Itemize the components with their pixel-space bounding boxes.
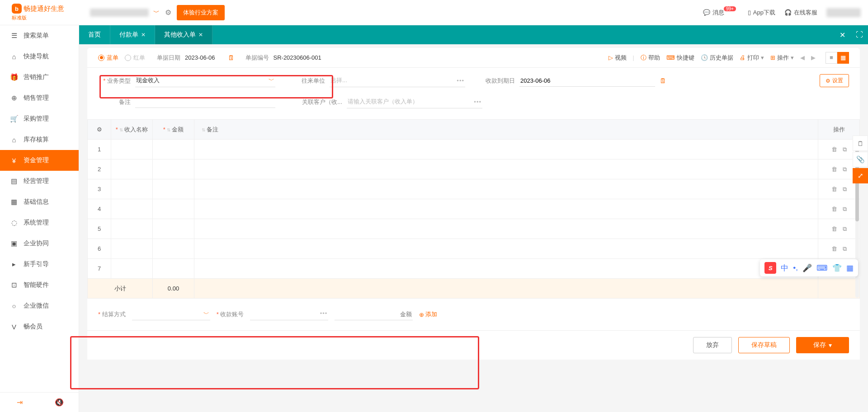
history-button[interactable]: 🕓历史单据 xyxy=(701,54,733,62)
ime-lang[interactable]: 中 xyxy=(781,263,788,273)
shortcut-button[interactable]: ⌨快捷键 xyxy=(666,54,694,62)
ime-toolbox-icon[interactable]: ▦ xyxy=(846,263,854,273)
online-service-button[interactable]: 🎧 在线客服 xyxy=(784,9,817,17)
ime-keyboard-icon[interactable]: ⌨ xyxy=(816,263,828,273)
discard-button[interactable]: 放弃 xyxy=(693,337,732,353)
remark-input[interactable] xyxy=(135,96,275,108)
view-form-icon[interactable]: ▦ xyxy=(837,52,849,64)
delete-row-icon[interactable]: 🗑 xyxy=(831,166,837,173)
close-icon[interactable]: ✕ xyxy=(198,32,203,38)
add-settlement-button[interactable]: ⊕添加 xyxy=(419,310,437,318)
settle-method-input[interactable] xyxy=(132,309,210,320)
doc-date-value[interactable]: 2023-06-06 xyxy=(185,54,215,61)
video-button[interactable]: ▷视频 xyxy=(609,54,627,62)
ime-toolbar[interactable]: S 中 •, 🎤 ⌨ 👕 ▦ xyxy=(760,259,858,276)
settings-button[interactable]: ⚙设置 xyxy=(820,74,849,87)
sidebar-item-12[interactable]: ⊡智能硬件 xyxy=(0,275,79,295)
ime-mic-icon[interactable]: 🎤 xyxy=(802,263,812,273)
copy-row-icon[interactable]: ⧉ xyxy=(843,206,847,213)
copy-row-icon[interactable]: ⧉ xyxy=(843,225,847,233)
messages-button[interactable]: 💬 消息 99+ xyxy=(703,9,739,17)
cell-remark[interactable] xyxy=(194,199,818,219)
sidebar-item-9[interactable]: ◌系统管理 xyxy=(0,212,79,233)
copy-row-icon[interactable]: ⧉ xyxy=(843,166,847,173)
more-icon[interactable]: ••• xyxy=(474,98,481,105)
sidebar-item-6[interactable]: ¥资金管理 xyxy=(0,150,79,171)
more-icon[interactable]: ••• xyxy=(320,310,328,317)
cell-remark[interactable] xyxy=(194,159,818,179)
cell-remark[interactable] xyxy=(194,259,818,279)
prev-doc-icon[interactable]: ◀ xyxy=(800,54,805,61)
sidebar-item-2[interactable]: 🎁营销推广 xyxy=(0,67,79,88)
attachment-icon[interactable]: 📎 xyxy=(853,152,868,167)
radio-blue-doc[interactable]: 蓝单 xyxy=(98,54,118,62)
tab-1[interactable]: 付款单✕ xyxy=(110,25,155,44)
sidebar-item-0[interactable]: ☰搜索菜单 xyxy=(0,25,79,46)
cell-amount[interactable] xyxy=(153,239,194,259)
sidebar-item-3[interactable]: ⊕销售管理 xyxy=(0,88,79,108)
org-selector[interactable]: ﹀ xyxy=(90,9,160,17)
view-list-icon[interactable]: ≡ xyxy=(826,52,837,64)
sidebar-sound-icon[interactable]: 🔇 xyxy=(39,393,79,412)
sidebar-item-5[interactable]: ⌂库存核算 xyxy=(0,129,79,150)
cell-amount[interactable] xyxy=(153,179,194,199)
sidebar-collapse-icon[interactable]: ⇥ xyxy=(0,393,39,412)
ime-skin-icon[interactable]: 👕 xyxy=(832,263,842,273)
party-select[interactable]: 选择...••• xyxy=(330,74,465,87)
table-row[interactable]: 2🗑⧉ xyxy=(88,159,860,179)
delete-row-icon[interactable]: 🗑 xyxy=(831,206,837,213)
col-settings-icon[interactable]: ⚙ xyxy=(88,120,111,140)
delete-row-icon[interactable]: 🗑 xyxy=(831,146,837,153)
expand-icon[interactable]: ⤢ xyxy=(853,168,868,183)
table-row[interactable]: 7🗑⧉ xyxy=(88,259,860,279)
settle-account-input[interactable] xyxy=(250,309,328,320)
delete-row-icon[interactable]: 🗑 xyxy=(831,245,837,253)
cell-income-name[interactable] xyxy=(111,239,153,259)
cell-income-name[interactable] xyxy=(111,199,153,219)
radio-red-doc[interactable]: 红单 xyxy=(125,54,145,62)
cell-income-name[interactable] xyxy=(111,159,153,179)
help-button[interactable]: ⓘ帮助 xyxy=(641,54,660,62)
sidebar-item-11[interactable]: ▸新手引导 xyxy=(0,254,79,275)
delete-row-icon[interactable]: 🗑 xyxy=(831,186,837,193)
tab-close-all-icon[interactable]: ✕ xyxy=(834,25,851,44)
table-row[interactable]: 6🗑⧉ xyxy=(88,239,860,259)
copy-row-icon[interactable]: ⧉ xyxy=(843,245,847,253)
cell-amount[interactable] xyxy=(153,259,194,279)
app-download-button[interactable]: ▯ App下载 xyxy=(748,9,775,17)
sidebar-item-7[interactable]: ▤经营管理 xyxy=(0,171,79,192)
print-button[interactable]: 🖨打印▾ xyxy=(740,54,764,62)
biz-type-select[interactable]: 现金收入 ﹀ xyxy=(135,74,275,87)
sidebar-item-4[interactable]: 🛒采购管理 xyxy=(0,108,79,129)
cell-remark[interactable] xyxy=(194,219,818,239)
table-row[interactable]: 3🗑⧉ xyxy=(88,179,860,199)
close-icon[interactable]: ✕ xyxy=(141,32,146,38)
related-customer-select[interactable]: 请输入关联客户（收入单）••• xyxy=(347,95,482,108)
more-icon[interactable]: ••• xyxy=(457,77,464,84)
next-doc-icon[interactable]: ▶ xyxy=(811,54,816,61)
copy-row-icon[interactable]: ⧉ xyxy=(843,186,847,193)
save-draft-button[interactable]: 保存草稿 xyxy=(738,337,790,353)
col-remark[interactable]: ⇅备注 xyxy=(194,120,818,140)
copy-row-icon[interactable]: ⧉ xyxy=(843,146,847,153)
cell-amount[interactable] xyxy=(153,140,194,159)
col-income-name[interactable]: ⇅收入名称 xyxy=(111,120,153,140)
tab-0[interactable]: 首页 xyxy=(79,25,110,44)
table-row[interactable]: 5🗑⧉ xyxy=(88,219,860,239)
table-row[interactable]: 1🗑⧉ xyxy=(88,140,860,159)
cell-income-name[interactable] xyxy=(111,140,153,159)
delete-row-icon[interactable]: 🗑 xyxy=(831,225,837,233)
sidebar-item-10[interactable]: ▣企业协同 xyxy=(0,233,79,254)
cell-remark[interactable] xyxy=(194,179,818,199)
sidebar-item-1[interactable]: ⌂快捷导航 xyxy=(0,46,79,67)
gear-icon[interactable]: ⚙ xyxy=(165,8,171,17)
cell-income-name[interactable] xyxy=(111,219,153,239)
cell-amount[interactable] xyxy=(153,159,194,179)
sidebar-item-8[interactable]: ▦基础信息 xyxy=(0,192,79,212)
ime-punct-icon[interactable]: •, xyxy=(793,263,798,272)
user-redacted[interactable] xyxy=(826,8,861,17)
cell-amount[interactable] xyxy=(153,199,194,219)
due-date-input[interactable] xyxy=(519,75,655,87)
settle-amount-input[interactable] xyxy=(335,309,413,320)
ops-button[interactable]: ⊞操作▾ xyxy=(770,54,794,62)
